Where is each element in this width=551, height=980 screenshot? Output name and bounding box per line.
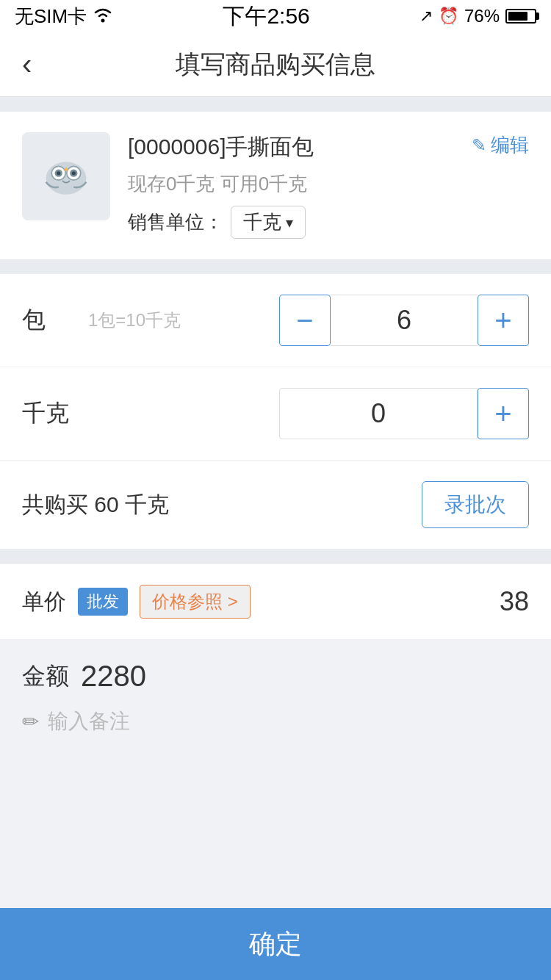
price-label: 单价 — [22, 587, 66, 617]
remark-placeholder: 输入备注 — [48, 707, 130, 735]
amount-label: 金额 — [22, 660, 69, 693]
status-left: 无SIM卡 — [15, 4, 113, 29]
svg-point-6 — [57, 171, 60, 175]
batch-button[interactable]: 录批次 — [422, 481, 529, 528]
page-title: 填写商品购买信息 — [176, 48, 375, 82]
unit-label: 销售单位： — [128, 209, 223, 235]
back-button[interactable]: ‹ — [22, 40, 39, 88]
svg-point-0 — [101, 18, 105, 22]
product-info: [0000006]手撕面包 现存0千克 可用0千克 销售单位： 千克 ▾ — [128, 132, 529, 239]
chevron-down-icon: ▾ — [286, 214, 293, 231]
svg-point-1 — [46, 162, 87, 195]
product-logo — [40, 154, 92, 198]
price-ref-button[interactable]: 价格参照 > — [140, 585, 251, 619]
product-name: [0000006]手撕面包 — [128, 132, 529, 162]
bag-hint: 1包=10千克 — [88, 309, 279, 332]
status-time: 下午2:56 — [223, 1, 309, 32]
remark-row[interactable]: ✏ 输入备注 — [22, 707, 529, 750]
carrier-label: 无SIM卡 — [15, 4, 87, 29]
nav-bar: ‹ 填写商品购买信息 — [0, 32, 551, 97]
product-thumbnail — [22, 132, 110, 220]
mid-divider — [0, 259, 551, 274]
kg-qty-control: + — [279, 388, 529, 439]
status-bar: 无SIM卡 下午2:56 ↗ ⏰ 76% — [0, 0, 551, 32]
bag-plus-button[interactable]: + — [478, 295, 529, 346]
amount-section: 金额 2280 ✏ 输入备注 — [0, 639, 551, 908]
product-card: [0000006]手撕面包 现存0千克 可用0千克 销售单位： 千克 ▾ ✎ 编… — [0, 112, 551, 259]
bag-qty-input[interactable] — [331, 295, 478, 346]
pencil-icon: ✏ — [22, 710, 39, 734]
price-value: 38 — [500, 586, 529, 617]
top-divider — [0, 97, 551, 112]
total-text: 共购买 60 千克 — [22, 490, 169, 520]
bag-minus-button[interactable]: − — [279, 295, 331, 346]
alarm-icon: ⏰ — [439, 7, 458, 26]
edit-icon: ✎ — [472, 135, 486, 156]
location-icon: ↗ — [419, 7, 433, 26]
edit-button[interactable]: ✎ 编辑 — [472, 132, 529, 158]
price-section: 单价 批发 价格参照 > 38 — [0, 563, 551, 639]
price-tag: 批发 — [78, 588, 128, 616]
bag-label: 包 — [22, 304, 81, 336]
unit-select[interactable]: 千克 ▾ — [231, 206, 306, 239]
confirm-button[interactable]: 确定 — [0, 908, 551, 980]
product-unit: 销售单位： 千克 ▾ — [128, 206, 529, 239]
status-right: ↗ ⏰ 76% — [419, 6, 536, 26]
product-stock: 现存0千克 可用0千克 — [128, 171, 529, 197]
input-section: 包 1包=10千克 − + 千克 + — [0, 274, 551, 461]
bag-row: 包 1包=10千克 − + — [0, 274, 551, 367]
wifi-icon — [93, 5, 113, 28]
battery-label: 76% — [464, 6, 500, 26]
total-row: 共购买 60 千克 录批次 — [0, 461, 551, 549]
bag-qty-control: − + — [279, 295, 529, 346]
kg-plus-button[interactable]: + — [478, 388, 529, 439]
kg-qty-input[interactable] — [279, 388, 478, 439]
amount-row: 金额 2280 — [22, 660, 529, 693]
kg-row: 千克 + — [0, 367, 551, 461]
amount-value: 2280 — [81, 660, 146, 693]
battery-icon — [505, 9, 536, 24]
svg-point-7 — [72, 171, 76, 175]
price-divider — [0, 549, 551, 563]
kg-label: 千克 — [22, 397, 81, 430]
